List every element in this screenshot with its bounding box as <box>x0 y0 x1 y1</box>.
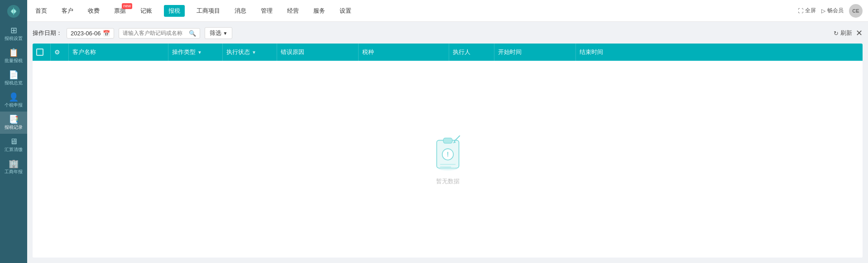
topnav-item-tax[interactable]: 报税 <box>164 5 185 17</box>
sidebar-item-label-annual-report: 工商年报 <box>5 169 23 175</box>
svg-point-9 <box>438 167 457 170</box>
refresh-label: 刷新 <box>840 29 852 37</box>
th-error-reason-label: 错误原因 <box>281 48 304 56</box>
th-tax-type: 税种 <box>359 44 449 61</box>
topnav-right: ⛶ 全屏 ▷ 畅会员 CE <box>798 4 863 18</box>
sort-icon-op-type: ▼ <box>197 50 202 55</box>
empty-state: ! 暂无数据 <box>427 133 468 185</box>
date-input[interactable]: 2023-06-06 📅 <box>67 28 114 39</box>
vip-icon: ▷ <box>821 8 825 14</box>
topnav-item-customers[interactable]: 客户 <box>59 5 76 17</box>
tax-settings-icon: ⊞ <box>10 26 17 34</box>
topnav-item-home[interactable]: 首页 <box>33 5 50 17</box>
calendar-icon: 📅 <box>103 30 110 37</box>
vip-button[interactable]: ▷ 畅会员 <box>821 7 844 15</box>
date-label: 操作日期： <box>33 29 62 37</box>
sidebar-item-label-personal-tax: 个税申报 <box>5 102 23 108</box>
topnav-item-management[interactable]: 管理 <box>258 5 275 17</box>
th-customer-label: 客户名称 <box>72 48 96 56</box>
content-area: 操作日期： 2023-06-06 📅 🔍 筛选 ▼ ↻ 刷新 ✕ <box>27 22 868 263</box>
sidebar-item-label-settlement: 汇算清缴 <box>5 147 23 152</box>
sidebar-item-batch-tax[interactable]: 📋 批量报税 <box>0 45 27 67</box>
th-executor-label: 执行人 <box>453 48 470 56</box>
sidebar-item-settlement[interactable]: 🖥 汇算清缴 <box>0 134 27 156</box>
search-icon: 🔍 <box>189 30 196 37</box>
sort-icon-exec-status: ▼ <box>252 50 256 55</box>
fullscreen-label: 全屏 <box>805 7 816 15</box>
search-box[interactable]: 🔍 <box>119 28 200 39</box>
th-start-time: 开始时间 <box>494 44 576 61</box>
filter-label: 筛选 <box>210 29 221 37</box>
sidebar-item-tax-summary[interactable]: 📄 报税总览 <box>0 67 27 89</box>
topnav-items: 首页 客户 收费 票据 new 记账 报税 工商项目 消息 管理 经营 服务 设… <box>33 5 798 17</box>
topnav-item-accounts[interactable]: 记账 <box>138 5 155 17</box>
header-checkbox[interactable] <box>36 49 43 56</box>
topnav-item-billing[interactable]: 收费 <box>85 5 102 17</box>
sidebar-item-tax-records[interactable]: 📑 报税记录 <box>0 112 27 134</box>
th-executor: 执行人 <box>449 44 494 61</box>
th-settings[interactable]: ⚙ <box>51 44 69 61</box>
settings-gear-icon: ⚙ <box>54 49 60 56</box>
settlement-icon: 🖥 <box>10 137 18 146</box>
th-start-time-label: 开始时间 <box>498 48 522 56</box>
sidebar-logo <box>0 0 27 23</box>
th-customer: 客户名称 <box>69 44 168 61</box>
empty-illustration: ! <box>427 133 468 174</box>
sidebar-item-label-tax-summary: 报税总览 <box>5 80 23 86</box>
topnav-item-operations[interactable]: 经营 <box>284 5 302 17</box>
toolbar-right: ↻ 刷新 ✕ <box>834 29 863 37</box>
th-exec-status-label: 执行状态 <box>226 48 250 56</box>
th-error-reason: 错误原因 <box>277 44 359 61</box>
table-body: ! 暂无数据 <box>33 61 863 258</box>
th-op-type-label: 操作类型 <box>172 48 196 56</box>
vip-label: 畅会员 <box>827 7 844 15</box>
topnav-item-services[interactable]: 服务 <box>311 5 328 17</box>
sidebar-item-personal-tax[interactable]: 👤 个税申报 <box>0 89 27 112</box>
close-button[interactable]: ✕ <box>856 29 863 37</box>
topnav-item-invoices[interactable]: 票据 new <box>111 5 129 17</box>
table-container: ⚙ 客户名称 操作类型 ▼ 执行状态 ▼ 错误原因 税种 <box>33 44 863 258</box>
sidebar-item-label-tax-settings: 报税设置 <box>5 36 23 41</box>
sidebar: ⊞ 报税设置 📋 批量报税 📄 报税总览 👤 个税申报 📑 报税记录 🖥 汇算清… <box>0 0 27 263</box>
toolbar: 操作日期： 2023-06-06 📅 🔍 筛选 ▼ ↻ 刷新 ✕ <box>33 27 863 39</box>
topnav: 首页 客户 收费 票据 new 记账 报税 工商项目 消息 管理 经营 服务 设… <box>27 0 868 22</box>
sidebar-item-label-batch-tax: 批量报税 <box>5 58 23 63</box>
sidebar-item-annual-report[interactable]: 🏢 工商年报 <box>0 156 27 178</box>
th-end-time: 结束时间 <box>576 44 657 61</box>
sidebar-item-label-tax-records: 报税记录 <box>5 125 23 130</box>
batch-tax-icon: 📋 <box>9 49 19 57</box>
th-tax-type-label: 税种 <box>362 48 374 56</box>
table-header: ⚙ 客户名称 操作类型 ▼ 执行状态 ▼ 错误原因 税种 <box>33 44 863 61</box>
tax-summary-icon: 📄 <box>9 71 19 79</box>
filter-button[interactable]: 筛选 ▼ <box>205 27 233 39</box>
topnav-item-business[interactable]: 工商项目 <box>194 5 223 17</box>
empty-text: 暂无数据 <box>436 177 460 185</box>
sidebar-item-tax-settings[interactable]: ⊞ 报税设置 <box>0 23 27 45</box>
avatar-initials: CE <box>852 8 859 14</box>
svg-rect-2 <box>443 138 452 143</box>
main-area: 首页 客户 收费 票据 new 记账 报税 工商项目 消息 管理 经营 服务 设… <box>27 0 868 263</box>
th-exec-status[interactable]: 执行状态 ▼ <box>223 44 277 61</box>
chevron-down-icon: ▼ <box>223 31 228 36</box>
tax-records-icon: 📑 <box>9 115 19 123</box>
personal-tax-icon: 👤 <box>9 93 19 101</box>
search-input[interactable] <box>123 30 187 36</box>
th-checkbox[interactable] <box>33 44 51 61</box>
new-badge: new <box>122 3 132 10</box>
refresh-icon: ↻ <box>834 30 839 37</box>
refresh-button[interactable]: ↻ 刷新 <box>834 29 852 37</box>
fullscreen-icon: ⛶ <box>798 8 803 14</box>
topnav-item-messages[interactable]: 消息 <box>232 5 249 17</box>
svg-text:!: ! <box>446 151 449 158</box>
topnav-item-settings[interactable]: 设置 <box>337 5 354 17</box>
th-end-time-label: 结束时间 <box>580 48 603 56</box>
fullscreen-button[interactable]: ⛶ 全屏 <box>798 7 816 15</box>
annual-report-icon: 🏢 <box>9 160 19 168</box>
th-op-type[interactable]: 操作类型 ▼ <box>168 44 223 61</box>
date-value: 2023-06-06 <box>71 30 101 37</box>
avatar[interactable]: CE <box>849 4 863 18</box>
